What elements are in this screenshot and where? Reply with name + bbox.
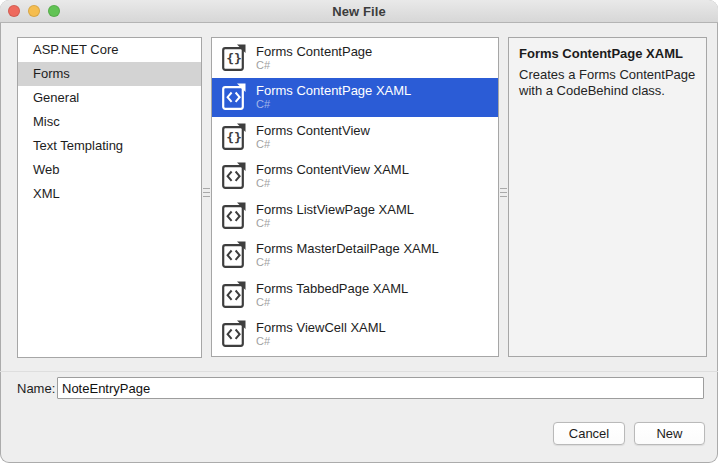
braces-file-icon: {} <box>221 44 247 72</box>
braces-file-icon: {} <box>221 123 247 151</box>
close-window-icon[interactable] <box>8 5 20 17</box>
svg-text:{}: {} <box>226 51 242 66</box>
template-row-forms-tabbedpage-xaml[interactable]: Forms TabbedPage XAMLC# <box>212 275 498 315</box>
template-language: C# <box>256 256 439 269</box>
template-title: Forms ContentPage <box>256 44 372 59</box>
template-row-forms-contentview[interactable]: {}Forms ContentViewC# <box>212 117 498 157</box>
template-title: Forms ContentView <box>256 123 370 138</box>
template-language: C# <box>256 59 372 72</box>
new-button[interactable]: New <box>634 422 705 445</box>
details-description: Creates a Forms ContentPage with a CodeB… <box>519 67 696 99</box>
name-label: Name: <box>17 381 55 396</box>
splitter-handle-left[interactable] <box>203 188 210 198</box>
template-row-forms-contentpage-xaml[interactable]: Forms ContentPage XAMLC# <box>212 78 498 118</box>
sidebar-item-web[interactable]: Web <box>18 158 201 182</box>
template-row-forms-contentview-xaml[interactable]: Forms ContentView XAMLC# <box>212 157 498 197</box>
angle-file-icon <box>221 241 247 269</box>
sidebar-item-general[interactable]: General <box>18 86 201 110</box>
template-language: C# <box>256 98 411 111</box>
bottom-separator <box>0 371 718 372</box>
sidebar-item-xml[interactable]: XML <box>18 182 201 206</box>
template-language: C# <box>256 335 386 348</box>
minimize-window-icon[interactable] <box>28 5 40 17</box>
template-row-forms-masterdetailpage-xaml[interactable]: Forms MasterDetailPage XAMLC# <box>212 236 498 276</box>
template-language: C# <box>256 177 409 190</box>
template-title: Forms ViewCell XAML <box>256 320 386 335</box>
angle-file-icon <box>221 202 247 230</box>
window-title: New File <box>332 4 386 19</box>
cancel-button[interactable]: Cancel <box>553 422 625 445</box>
template-language: C# <box>256 138 370 151</box>
template-title: Forms ContentView XAML <box>256 162 409 177</box>
splitter-handle-right[interactable] <box>500 188 507 198</box>
template-title: Forms ContentPage XAML <box>256 83 411 98</box>
template-title: Forms MasterDetailPage XAML <box>256 241 439 256</box>
category-list: ASP.NET CoreFormsGeneralMiscText Templat… <box>17 37 202 358</box>
name-input[interactable] <box>57 377 704 399</box>
sidebar-item-asp-net-core[interactable]: ASP.NET Core <box>18 38 201 62</box>
template-row-forms-contentpage[interactable]: {}Forms ContentPageC# <box>212 38 498 78</box>
angle-file-icon <box>221 83 247 111</box>
template-title: Forms ListViewPage XAML <box>256 202 414 217</box>
template-list: {}Forms ContentPageC#Forms ContentPage X… <box>211 37 499 357</box>
template-row-forms-listviewpage-xaml[interactable]: Forms ListViewPage XAMLC# <box>212 196 498 236</box>
sidebar-item-misc[interactable]: Misc <box>18 110 201 134</box>
title-bar[interactable]: New File <box>0 0 718 23</box>
details-panel: Forms ContentPage XAML Creates a Forms C… <box>508 37 707 357</box>
angle-file-icon <box>221 162 247 190</box>
details-title: Forms ContentPage XAML <box>519 46 696 61</box>
new-file-dialog: New File ASP.NET CoreFormsGeneralMiscTex… <box>0 0 718 463</box>
sidebar-item-forms[interactable]: Forms <box>18 62 201 86</box>
template-row-forms-viewcell-xaml[interactable]: Forms ViewCell XAMLC# <box>212 315 498 355</box>
template-language: C# <box>256 296 408 309</box>
angle-file-icon <box>221 281 247 309</box>
traffic-lights <box>8 5 60 17</box>
zoom-window-icon[interactable] <box>48 5 60 17</box>
template-language: C# <box>256 217 414 230</box>
svg-text:{}: {} <box>226 130 242 145</box>
angle-file-icon <box>221 320 247 348</box>
template-title: Forms TabbedPage XAML <box>256 281 408 296</box>
sidebar-item-text-templating[interactable]: Text Templating <box>18 134 201 158</box>
